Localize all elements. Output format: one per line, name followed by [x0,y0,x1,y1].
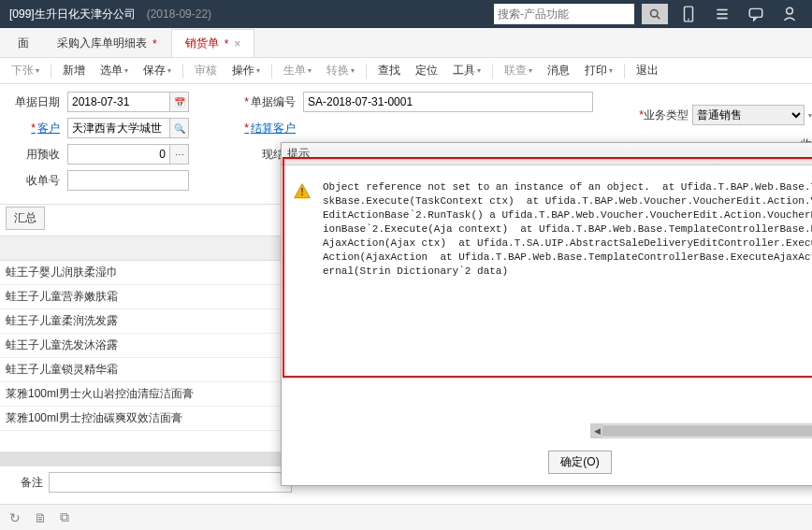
remark-label: 备注 [6,475,43,491]
remark-input[interactable] [49,472,292,493]
tab-purchase-detail[interactable]: 采购入库单明细表* [43,29,171,57]
msg-button[interactable]: 消息 [542,60,575,81]
search-input[interactable] [494,4,634,24]
nav-next[interactable]: 下张▾ [6,60,45,81]
list-icon[interactable] [709,4,735,24]
print-button[interactable]: 打印▾ [579,60,618,81]
dialog-ok-button[interactable]: 确定(O) [548,451,611,474]
query-button[interactable]: 查找 [372,60,406,81]
status-refresh-icon[interactable]: ↻ [9,510,21,525]
svg-point-3 [688,19,689,21]
search-button[interactable] [642,4,668,24]
exit-button[interactable]: 退出 [631,60,664,81]
phone-icon[interactable] [675,4,702,24]
warning-icon: ! [293,182,312,201]
summary-button[interactable]: 汇总 [6,207,45,230]
prepay-input[interactable] [67,144,170,165]
user-icon[interactable] [776,4,803,24]
biztype-label: *业务类型 [639,107,689,123]
date-label: 单据日期 [6,94,60,110]
scroll-left-icon[interactable]: ◀ [591,424,602,437]
lookup-icon[interactable]: 🔍 [170,118,189,138]
biztype-group: *业务类型 普通销售 ▾ [639,105,812,125]
error-message: Object reference not set to an instance … [323,180,812,279]
date-input[interactable] [67,92,170,112]
svg-line-1 [657,16,660,19]
app-header: [099]生升日化天津分公司 (2018-09-22) [0,0,812,28]
code-input[interactable] [303,92,593,112]
error-dialog: 提示 × ! Object reference not set to an in… [281,142,812,486]
tools-button[interactable]: 工具▾ [447,60,486,81]
svg-point-0 [651,10,659,18]
toolbar: 下张▾ 新增 选单▾ 保存▾ 审核 操作▾ 生单▾ 转换▾ 查找 定位 工具▾ … [0,58,812,84]
svg-text:!: ! [300,187,303,197]
status-copy-icon[interactable]: ⧉ [60,509,69,525]
header-date: (2018-09-22) [147,7,211,21]
related-button[interactable]: 联查▾ [499,60,538,81]
status-bar: ↻ 🗎 ⧉ [0,504,812,530]
add-button[interactable]: 新增 [57,60,91,81]
tab-sales-order[interactable]: 销货单*× [171,29,255,57]
gen-button[interactable]: 生单▾ [278,60,317,81]
audit-button[interactable]: 审核 [189,60,223,81]
ops-button[interactable]: 操作▾ [226,60,266,81]
customer-input[interactable] [67,118,170,138]
locate-button[interactable]: 定位 [410,60,443,81]
close-icon[interactable]: × [234,37,240,50]
tabs-bar: 面 采购入库单明细表* 销货单*× [0,28,812,58]
dropdown-icon[interactable]: ⋯ [170,144,189,165]
collect-label: 收单号 [6,173,60,189]
tab-desktop[interactable]: 面 [4,29,43,57]
search-icon [649,8,660,20]
chat-icon[interactable] [743,4,769,24]
settle-customer-label[interactable]: *结算客户 [241,121,296,136]
dialog-h-scrollbar[interactable]: ◀ ▶ [590,423,812,438]
svg-rect-7 [749,8,762,17]
status-doc-icon[interactable]: 🗎 [34,510,47,525]
save-button[interactable]: 保存▾ [138,60,177,81]
biztype-select[interactable]: 普通销售 [692,105,805,125]
code-label: *单据编号 [241,94,296,110]
select-button[interactable]: 选单▾ [94,60,134,81]
convert-button[interactable]: 转换▾ [321,60,360,81]
calendar-icon[interactable]: 📅 [170,92,189,112]
company-name: [099]生升日化天津分公司 [9,7,136,22]
collect-input[interactable] [67,170,189,191]
prepay-label: 用预收 [6,147,60,163]
dialog-title: 提示 [287,146,310,162]
svg-point-8 [787,7,793,14]
customer-label[interactable]: *客户 [6,121,60,136]
